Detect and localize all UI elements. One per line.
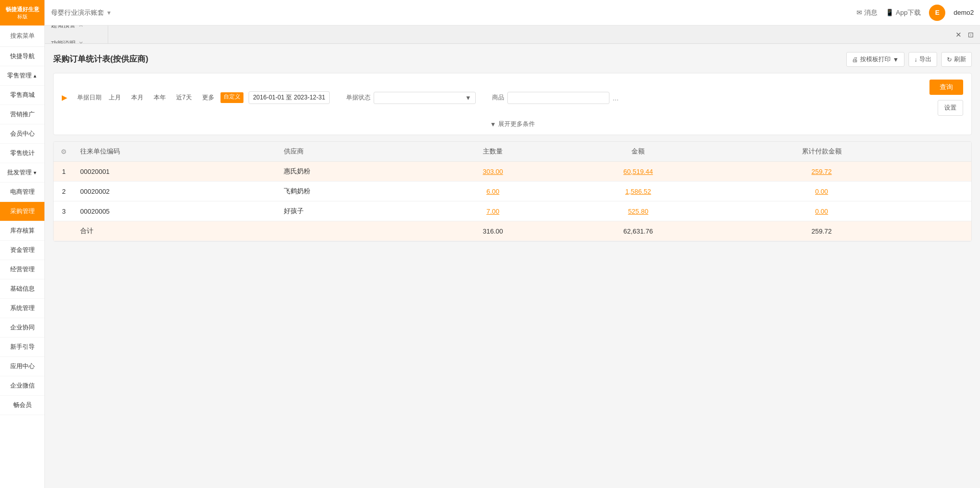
close-tab-button[interactable]: ✕ xyxy=(953,30,964,40)
filter-date-item: 单据日期 上月 本月 本年 近7天 更多 自定义 2016-01-01 至 20… xyxy=(77,91,330,104)
shortcut-more[interactable]: 更多 xyxy=(198,92,218,103)
logo-text: 畅捷通好生意 标版 xyxy=(6,6,39,19)
sidebar-item-member[interactable]: 会员中心 xyxy=(0,124,44,144)
sidebar-item-newbie[interactable]: 新手引导 xyxy=(0,338,44,357)
message-button[interactable]: ✉ 消息 xyxy=(856,8,877,17)
cell-amount[interactable]: 1,586.52 xyxy=(556,182,720,201)
table-row[interactable]: 200020002飞鹤奶粉6.001,586.520.00 xyxy=(54,182,971,201)
cell-main-qty[interactable]: 7.00 xyxy=(429,201,556,221)
date-range-display[interactable]: 2016-01-01 至 2023-12-31 xyxy=(249,91,330,104)
table-body: 100020001惠氏奶粉303.0060,519.44259.72200020… xyxy=(54,162,971,221)
footer-empty2 xyxy=(278,221,429,241)
cell-index: 2 xyxy=(54,182,74,201)
cell-index: 1 xyxy=(54,162,74,182)
date-shortcuts: 上月 本月 本年 近7天 更多 自定义 xyxy=(105,92,243,103)
sidebar-item-app-center[interactable]: 应用中心 xyxy=(0,357,44,376)
status-arrow-icon: ▼ xyxy=(465,94,471,101)
message-icon: ✉ xyxy=(856,9,862,16)
filter-right-actions: 查询 设置 xyxy=(929,80,963,116)
sidebar-item-wholesale[interactable]: 批发管理 xyxy=(0,163,44,183)
goods-input[interactable] xyxy=(507,92,609,104)
table-footer: 合计 316.00 62,631.76 259.72 xyxy=(54,221,971,241)
more-options-icon[interactable]: ... xyxy=(612,94,619,102)
avatar-initial: E xyxy=(935,9,940,16)
sidebar-item-vip[interactable]: 畅会员 xyxy=(0,396,44,415)
expand-arrow-icon: ▼ xyxy=(490,121,496,128)
sidebar-item-retail-shop[interactable]: 零售商城 xyxy=(0,86,44,105)
cell-supplier: 飞鹤奶粉 xyxy=(278,182,429,201)
tab-func-desc[interactable]: 功能说明✕ xyxy=(45,35,108,44)
cell-main-qty[interactable]: 6.00 xyxy=(429,182,556,201)
table-header-row: ⚙ 往来单位编码 供应商 主数量 金额 累计付款金额 xyxy=(54,142,971,162)
export-button[interactable]: ↓ 导出 xyxy=(909,52,937,67)
col-unit-code: 往来单位编码 xyxy=(74,142,278,162)
sidebar-item-marketing[interactable]: 营销推广 xyxy=(0,105,44,124)
refresh-button[interactable]: ↻ 刷新 xyxy=(941,52,972,67)
sidebar-item-retail-stats[interactable]: 零售统计 xyxy=(0,144,44,163)
shortcut-this-month[interactable]: 本月 xyxy=(127,92,148,103)
filter-row-main: ▶ 单据日期 上月 本月 本年 近7天 更多 自定义 2016-01-01 至 … xyxy=(62,80,963,116)
column-settings-icon[interactable]: ⚙ xyxy=(61,148,67,156)
cell-amount[interactable]: 525.80 xyxy=(556,201,720,221)
workspace-selector[interactable]: 母婴行业演示账套 ▼ xyxy=(51,8,112,17)
user-name: demo2 xyxy=(953,9,974,16)
sidebar-item-basic[interactable]: 基础信息 xyxy=(0,279,44,299)
shortcut-7days[interactable]: 近7天 xyxy=(172,92,196,103)
footer-amount: 62,631.76 xyxy=(556,221,720,241)
sidebar-item-wechat[interactable]: 企业微信 xyxy=(0,376,44,396)
workspace-arrow-icon: ▼ xyxy=(106,10,112,16)
search-menu-button[interactable]: 搜索菜单 xyxy=(3,30,41,42)
print-button[interactable]: 🖨 按模板打印 ▼ xyxy=(846,52,904,67)
print-icon: 🖨 xyxy=(852,56,858,63)
filter-expand-row[interactable]: ▼ 展开更多条件 xyxy=(62,120,963,129)
sidebar-item-finance[interactable]: 资金管理 xyxy=(0,241,44,260)
sidebar: 畅捷通好生意 标版 搜索菜单 快捷导航零售管理零售商城营销推广会员中心零售统计批… xyxy=(0,0,45,488)
cell-extra xyxy=(923,162,971,182)
query-button[interactable]: 查询 xyxy=(929,80,963,95)
date-label: 单据日期 xyxy=(77,93,102,102)
table-row[interactable]: 300020005好孩子7.00525.800.00 xyxy=(54,201,971,221)
filter-collapse-icon[interactable]: ▶ xyxy=(62,94,67,101)
user-avatar[interactable]: E xyxy=(929,5,945,21)
cell-main-qty[interactable]: 303.00 xyxy=(429,162,556,182)
status-select[interactable]: ▼ xyxy=(374,92,476,104)
shortcut-last-month[interactable]: 上月 xyxy=(105,92,125,103)
cell-paid-amount[interactable]: 0.00 xyxy=(720,201,923,221)
col-supplier: 供应商 xyxy=(278,142,429,162)
footer-main-qty: 316.00 xyxy=(429,221,556,241)
export-label: 导出 xyxy=(919,55,932,64)
shortcut-this-year[interactable]: 本年 xyxy=(150,92,170,103)
app-download-button[interactable]: 📱 App下载 xyxy=(886,8,921,17)
sidebar-item-system[interactable]: 系统管理 xyxy=(0,299,44,318)
cell-amount[interactable]: 60,519.44 xyxy=(556,162,720,182)
cell-extra xyxy=(923,201,971,221)
sidebar-item-ecommerce[interactable]: 电商管理 xyxy=(0,183,44,202)
cell-index: 3 xyxy=(54,201,74,221)
status-label: 单据状态 xyxy=(346,93,371,102)
data-table: ⚙ 往来单位编码 供应商 主数量 金额 累计付款金额 100020001惠氏奶粉… xyxy=(54,142,971,241)
cell-supplier: 惠氏奶粉 xyxy=(278,162,429,182)
expand-label: 展开更多条件 xyxy=(498,120,535,129)
maximize-tab-button[interactable]: ⊡ xyxy=(966,30,976,40)
settings-button[interactable]: 设置 xyxy=(938,100,963,116)
tab-overstock[interactable]: 超储预警✕ xyxy=(45,25,108,35)
footer-label: 合计 xyxy=(74,221,278,241)
tab-close-overstock[interactable]: ✕ xyxy=(79,25,83,29)
sidebar-item-collab[interactable]: 企业协同 xyxy=(0,318,44,338)
cell-unit-code: 00020001 xyxy=(74,162,278,182)
cell-paid-amount[interactable]: 0.00 xyxy=(720,182,923,201)
sidebar-item-nav[interactable]: 快捷导航 xyxy=(0,47,44,66)
custom-date-tag[interactable]: 自定义 xyxy=(220,92,243,103)
cell-paid-amount[interactable]: 259.72 xyxy=(720,162,923,182)
table-row[interactable]: 100020001惠氏奶粉303.0060,519.44259.72 xyxy=(54,162,971,182)
sidebar-search-area[interactable]: 搜索菜单 xyxy=(0,25,44,47)
tab-close-func-desc[interactable]: ✕ xyxy=(79,40,83,44)
sidebar-item-purchase[interactable]: 采购管理 xyxy=(0,202,44,221)
page-title: 采购订单统计表(按供应商) xyxy=(53,54,149,65)
topbar-actions: ✉ 消息 📱 App下载 E demo2 xyxy=(856,5,974,21)
sidebar-item-inventory[interactable]: 库存核算 xyxy=(0,221,44,241)
sidebar-item-operation[interactable]: 经营管理 xyxy=(0,260,44,279)
data-table-wrap: ⚙ 往来单位编码 供应商 主数量 金额 累计付款金额 100020001惠氏奶粉… xyxy=(53,141,972,242)
cell-extra xyxy=(923,182,971,201)
sidebar-item-retail[interactable]: 零售管理 xyxy=(0,66,44,86)
